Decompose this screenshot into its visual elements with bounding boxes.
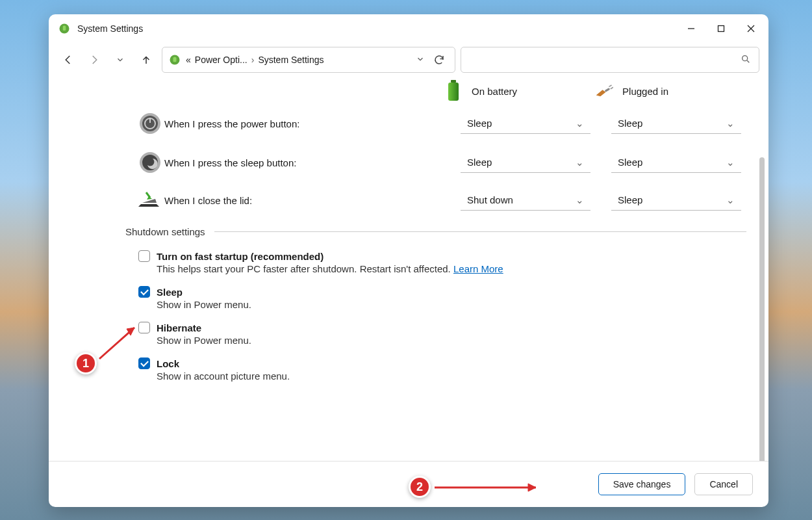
hibernate-title: Hibernate [157, 322, 201, 333]
power-button-battery-select[interactable]: Sleep⌄ [461, 113, 590, 134]
toolbar: « Power Opti... › System Settings [49, 43, 768, 79]
breadcrumb-parent[interactable]: Power Opti... [195, 55, 247, 65]
breadcrumb-sep-icon: › [251, 55, 255, 65]
chevron-down-icon: ⌄ [576, 157, 584, 168]
sleep-title: Sleep [157, 287, 183, 298]
sleep-desc: Show in Power menu. [157, 299, 746, 310]
on-battery-header: On battery [444, 79, 517, 103]
plug-icon [595, 79, 613, 103]
maximize-button[interactable] [706, 16, 736, 42]
back-button[interactable] [58, 49, 79, 70]
breadcrumb-current[interactable]: System Settings [258, 55, 324, 65]
lock-title: Lock [157, 358, 179, 369]
window-title: System Settings [77, 23, 143, 34]
svg-rect-7 [173, 57, 177, 62]
forward-button[interactable] [84, 49, 105, 70]
sleep-button-row: When I press the sleep button: Sleep⌄ Sl… [71, 151, 746, 174]
svg-rect-12 [605, 88, 611, 92]
svg-marker-25 [528, 484, 536, 491]
system-settings-window: System Settings « Power Opti... › System… [49, 14, 768, 507]
search-input[interactable] [461, 47, 759, 73]
sleep-button-icon [136, 151, 164, 174]
cancel-button[interactable]: Cancel [694, 473, 753, 495]
svg-rect-10 [451, 80, 456, 83]
chevron-down-icon: ⌄ [576, 118, 584, 129]
breadcrumb-dropdown-icon[interactable] [416, 55, 425, 66]
close-lid-row: When I close the lid: Shut down⌄ Sleep⌄ [71, 190, 746, 211]
svg-line-13 [609, 85, 612, 86]
svg-rect-11 [448, 83, 459, 101]
titlebar: System Settings [49, 14, 768, 43]
fast-startup-desc: This helps start your PC faster after sh… [157, 263, 746, 274]
lock-item: Lock Show in account picture menu. [138, 358, 746, 382]
window-controls [676, 16, 766, 42]
up-button[interactable] [136, 49, 157, 70]
vertical-scrollbar[interactable] [759, 157, 765, 461]
power-button-label: When I press the power button: [164, 118, 327, 129]
chevron-down-icon: ⌄ [576, 194, 584, 206]
chevron-down-icon: ⌄ [726, 194, 735, 206]
hibernate-desc: Show in Power menu. [157, 335, 746, 346]
callout-2-arrow [432, 480, 549, 495]
svg-line-14 [611, 87, 613, 88]
search-icon [741, 54, 751, 66]
fast-startup-checkbox[interactable] [138, 250, 150, 262]
power-button-plugged-select[interactable]: Sleep⌄ [611, 113, 741, 134]
svg-point-8 [742, 55, 748, 60]
plugged-in-header: Plugged in [595, 79, 668, 103]
svg-line-9 [747, 60, 749, 62]
callout-1: 1 [75, 352, 97, 374]
lock-desc: Show in account picture menu. [157, 370, 746, 382]
recent-dropdown[interactable] [110, 49, 131, 70]
fast-startup-title: Turn on fast startup (recommended) [157, 251, 324, 262]
sleep-button-battery-select[interactable]: Sleep⌄ [461, 152, 590, 173]
sleep-checkbox[interactable] [138, 286, 150, 298]
chevron-down-icon: ⌄ [726, 157, 735, 168]
svg-rect-1 [63, 26, 66, 31]
shutdown-settings-header: Shutdown settings [125, 226, 746, 237]
minimize-button[interactable] [676, 16, 706, 42]
refresh-button[interactable] [429, 54, 450, 66]
sleep-item: Sleep Show in Power menu. [138, 286, 746, 310]
hibernate-item: Hibernate Show in Power menu. [138, 322, 746, 346]
svg-rect-3 [718, 26, 724, 32]
app-icon [58, 22, 71, 35]
breadcrumb[interactable]: « Power Opti... › System Settings [162, 47, 455, 73]
fast-startup-item: Turn on fast startup (recommended) This … [138, 250, 746, 274]
column-headers: On battery Plugged in [71, 79, 746, 103]
sleep-button-label: When I press the sleep button: [164, 157, 327, 168]
save-changes-button[interactable]: Save changes [598, 473, 686, 495]
sleep-button-plugged-select[interactable]: Sleep⌄ [611, 152, 741, 173]
power-button-row: When I press the power button: Sleep⌄ Sl… [71, 112, 746, 135]
close-button[interactable] [736, 16, 766, 42]
content-area: On battery Plugged in When I press the p… [49, 79, 768, 461]
battery-icon [444, 79, 463, 103]
close-lid-battery-select[interactable]: Shut down⌄ [461, 190, 590, 211]
callout-2: 2 [409, 476, 431, 498]
power-button-icon [136, 112, 164, 135]
laptop-lid-icon [136, 190, 164, 211]
chevron-down-icon: ⌄ [726, 118, 735, 129]
breadcrumb-icon [168, 53, 182, 67]
close-lid-plugged-select[interactable]: Sleep⌄ [611, 190, 741, 211]
learn-more-link[interactable]: Learn More [453, 263, 503, 274]
breadcrumb-chevron: « [186, 55, 191, 65]
callout-1-arrow [94, 320, 146, 365]
close-lid-label: When I close the lid: [164, 195, 327, 206]
